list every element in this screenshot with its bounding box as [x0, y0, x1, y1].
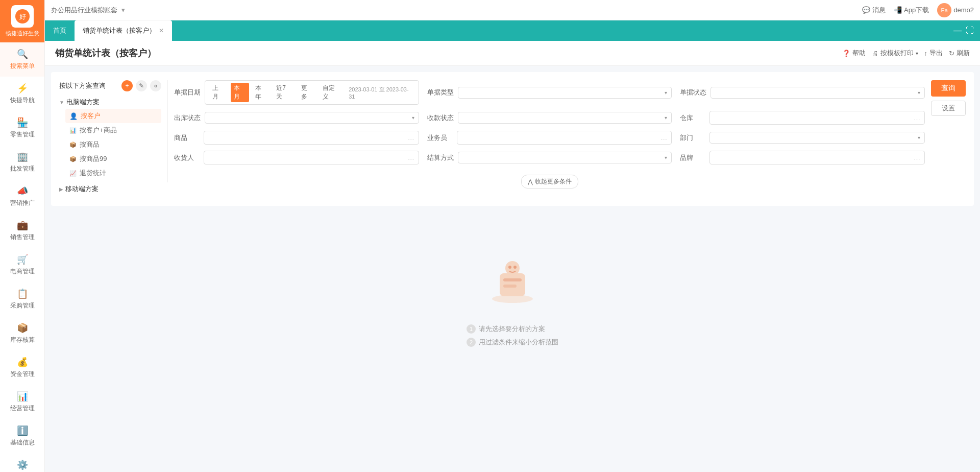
consignee-input[interactable]: …: [204, 151, 419, 164]
sidebar: 好 畅捷通好生意 🔍 搜索菜单 ⚡ 快捷导航 🏪 零售管理 🏢 批发管理 📣 营…: [0, 0, 45, 472]
empty-icon: [482, 253, 543, 314]
print-button[interactable]: 🖨 按模板打印 ▾: [872, 49, 918, 58]
empty-tip-2: 2 用过滤条件来缩小分析范围: [467, 336, 558, 349]
sidebar-item-operations[interactable]: 📊 经营管理: [0, 385, 44, 419]
date-btn-last7[interactable]: 近7天: [273, 83, 295, 102]
out-status-arrow-icon: ▾: [412, 115, 414, 121]
brand-label: 品牌: [680, 153, 705, 162]
sidebar-item-finance[interactable]: 💰 资金管理: [0, 350, 44, 385]
sidebar-item-purchase[interactable]: 📋 采购管理: [0, 282, 44, 316]
doc-type-select[interactable]: ▾: [458, 87, 672, 99]
doc-status-select[interactable]: ▾: [710, 87, 925, 99]
collapse-button[interactable]: ⋀ 收起更多条件: [521, 175, 578, 188]
collapse-up-icon: ⋀: [528, 178, 533, 185]
filter-field-brand: 品牌 …: [680, 151, 925, 164]
help-button[interactable]: ❓ 帮助: [842, 49, 866, 58]
filter-field-dept: 部门 ▾: [680, 132, 925, 144]
sidebar-item-ecommerce[interactable]: 🛒 电商管理: [0, 248, 44, 282]
ecommerce-icon: 🛒: [17, 254, 28, 265]
page-header: 销货单统计表（按客户） ❓ 帮助 🖨 按模板打印 ▾ ↑ 导出 ↻ 刷新: [45, 41, 980, 66]
sidebar-item-purchase-label: 采购管理: [10, 301, 35, 310]
message-button[interactable]: 💬 消息: [862, 6, 886, 15]
scheme-item-by-customer[interactable]: 👤 按客户: [65, 109, 161, 123]
settlement-label: 结算方式: [427, 153, 454, 162]
tab-close-icon[interactable]: ✕: [159, 27, 164, 34]
empty-tips: 1 请先选择要分析的方案 2 用过滤条件来缩小分析范围: [467, 322, 558, 349]
filter-field-warehouse: 仓库 …: [680, 111, 925, 125]
date-btn-last-month[interactable]: 上月: [209, 83, 228, 102]
tab-maximize-icon[interactable]: ⛶: [966, 26, 974, 35]
breadcrumb-dropdown-icon[interactable]: ▾: [121, 6, 125, 14]
export-button[interactable]: ↑ 导出: [924, 49, 943, 58]
date-btn-custom[interactable]: 自定义: [320, 83, 344, 102]
sidebar-item-nav[interactable]: ⚡ 快捷导航: [0, 77, 44, 111]
payment-status-select[interactable]: ▾: [458, 112, 672, 124]
help-icon: ❓: [842, 50, 850, 57]
salesperson-input[interactable]: …: [457, 131, 672, 145]
sidebar-item-search[interactable]: 🔍 搜索菜单: [0, 42, 44, 77]
date-filter[interactable]: 上月 本月 本年 近7天 更多 自定义 2023-03-01 至 2023-03…: [205, 80, 419, 105]
settlement-arrow-icon: ▾: [665, 155, 667, 160]
refresh-button[interactable]: ↻ 刷新: [949, 49, 970, 58]
app-download-button[interactable]: 📲 App下载: [894, 6, 929, 15]
settings-button[interactable]: 设置: [931, 101, 966, 116]
date-btn-this-month[interactable]: 本月: [231, 83, 249, 102]
date-range-text: 2023-03-01 至 2023-03-31: [349, 86, 414, 100]
brand-input[interactable]: …: [709, 151, 925, 164]
main-area: 办公用品行业模拟账套 ▾ 💬 消息 📲 App下载 Ea demo2 首页 销货…: [45, 0, 980, 472]
tab-minimize-icon[interactable]: —: [953, 26, 962, 35]
scheme-group-mobile-title[interactable]: ▶ 移动端方案: [59, 182, 161, 196]
sidebar-item-sales[interactable]: 💼 销售管理: [0, 214, 44, 248]
purchase-icon: 📋: [17, 288, 28, 299]
filter-field-out-status: 出库状态 ▾: [174, 112, 419, 124]
out-status-select[interactable]: ▾: [205, 112, 419, 124]
filter-field-date: 单据日期 上月 本月 本年 近7天 更多 自定义 2023-03-01 至 20…: [174, 80, 419, 105]
date-btn-this-year[interactable]: 本年: [252, 83, 271, 102]
brand-dots: …: [914, 154, 920, 161]
scheme-group-desktop-title[interactable]: ▼ 电脑端方案: [59, 96, 161, 109]
scheme-item-by-goods[interactable]: 📦 按商品: [65, 137, 161, 152]
scheme-group-desktop: ▼ 电脑端方案 👤 按客户 📊 按客户+商品 📦: [59, 96, 161, 180]
scheme-group-desktop-arrow: ▼: [59, 100, 64, 105]
warehouse-input[interactable]: …: [709, 111, 925, 125]
sidebar-item-basics[interactable]: ℹ️ 基础信息: [0, 419, 44, 453]
sidebar-item-wholesale[interactable]: 🏢 批发管理: [0, 145, 44, 179]
scheme-item-by-goods99[interactable]: 📦 按商品99: [65, 152, 161, 166]
sidebar-item-sales-label: 销售管理: [10, 233, 35, 242]
sidebar-item-system[interactable]: ⚙️ 系统管理: [0, 453, 44, 472]
salesperson-label: 业务员: [427, 133, 453, 143]
tab-home[interactable]: 首页: [45, 20, 75, 41]
scheme-items-desktop: 👤 按客户 📊 按客户+商品 📦 按商品 📦: [59, 109, 161, 180]
sidebar-item-inventory[interactable]: 📦 库存核算: [0, 316, 44, 350]
sidebar-item-operations-label: 经营管理: [10, 404, 35, 413]
settlement-select[interactable]: ▾: [458, 152, 672, 163]
inventory-icon: 📦: [17, 322, 28, 334]
scheme-add-button[interactable]: +: [121, 80, 133, 91]
filter-row-2: 出库状态 ▾ 收款状态 ▾: [174, 111, 925, 125]
scheme-item-by-customer-goods[interactable]: 📊 按客户+商品: [65, 123, 161, 137]
print-icon: 🖨: [872, 50, 878, 57]
dept-arrow-icon: ▾: [918, 135, 920, 140]
svg-point-6: [505, 261, 520, 275]
sidebar-item-retail-label: 零售管理: [10, 130, 35, 139]
scheme-edit-button[interactable]: ✎: [136, 80, 147, 91]
scheme-collapse-button[interactable]: «: [150, 80, 161, 91]
user-menu[interactable]: Ea demo2: [937, 3, 974, 17]
tab-sales-stat[interactable]: 销货单统计表（按客户） ✕: [75, 20, 172, 41]
username: demo2: [953, 6, 974, 14]
sidebar-item-retail[interactable]: 🏪 零售管理: [0, 111, 44, 145]
dept-select[interactable]: ▾: [709, 132, 925, 144]
sidebar-item-marketing[interactable]: 📣 营销推广: [0, 179, 44, 214]
tabbar: 首页 销货单统计表（按客户） ✕ — ⛶: [45, 20, 980, 41]
query-button[interactable]: 查询: [931, 80, 966, 97]
salesperson-dots: …: [660, 134, 667, 141]
scheme-item-return-stat[interactable]: 📈 退货统计: [65, 166, 161, 180]
date-btn-more[interactable]: 更多: [298, 83, 316, 102]
filter-field-consignee: 收货人 …: [174, 151, 419, 164]
query-actions: 查询 设置: [931, 80, 966, 198]
filter-field-salesperson: 业务员 …: [427, 131, 672, 145]
sales-icon: 💼: [17, 220, 28, 231]
goods-input[interactable]: …: [204, 131, 419, 145]
payment-status-label: 收款状态: [427, 113, 454, 123]
sidebar-item-wholesale-label: 批发管理: [10, 164, 35, 173]
